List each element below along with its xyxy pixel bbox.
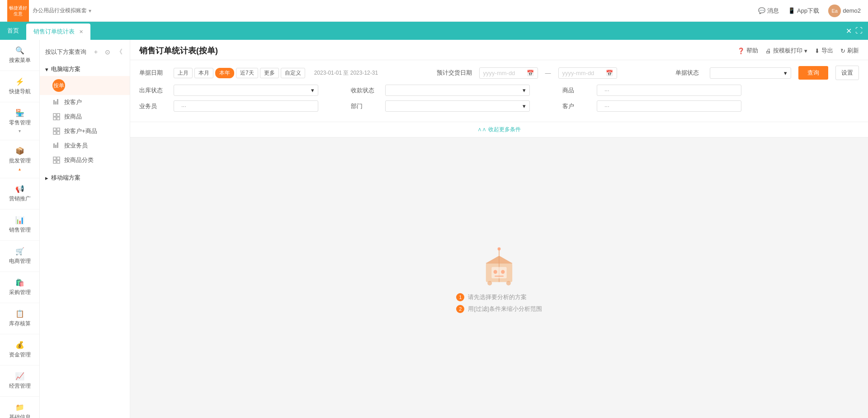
- status-select[interactable]: ▾: [710, 67, 791, 79]
- pc-solutions-arrow-icon: ▾: [45, 66, 48, 73]
- sidebar-item-retail-label: 零售管理: [9, 119, 31, 127]
- page-actions: ❓ 帮助 🖨 按模板打印 ▾ ⬇ 导出 ↻ 刷新: [737, 47, 859, 55]
- status-select-arrow-icon: ▾: [784, 70, 787, 76]
- sidebar-item-retail[interactable]: 🏪 零售管理 ▾: [0, 102, 39, 140]
- date-btn-this-year[interactable]: 本年: [215, 68, 234, 78]
- goods-input[interactable]: ···: [597, 85, 741, 96]
- app-download-btn[interactable]: 📱 App下载: [788, 7, 819, 15]
- date-btn-last-month[interactable]: 上月: [174, 68, 193, 78]
- message-btn[interactable]: 💬 消息: [758, 7, 779, 15]
- left-panel-title: 按以下方案查询: [45, 48, 88, 56]
- by-goods-icon: [52, 113, 61, 121]
- svg-rect-10: [57, 132, 60, 134]
- sidebar-item-basic-label: 基础信息: [9, 413, 31, 418]
- refresh-btn[interactable]: ↻ 刷新: [840, 47, 859, 55]
- right-panel: 销售订单统计表(按单) ❓ 帮助 🖨 按模板打印 ▾ ⬇ 导出: [130, 40, 868, 418]
- finance-icon: 💰: [15, 341, 24, 349]
- sidebar-item-wholesale[interactable]: 📦 批发管理 ▴: [0, 140, 39, 178]
- by-goods-label: 按商品: [64, 113, 82, 121]
- collapse-panel-btn[interactable]: 《: [114, 47, 124, 57]
- mobile-solutions-section: ▸ 移动端方案: [40, 169, 130, 186]
- collapse-bar[interactable]: ∧∧ 收起更多条件: [130, 122, 868, 138]
- department-arrow-icon: ▾: [523, 103, 526, 109]
- setting-btn[interactable]: 设置: [835, 66, 859, 80]
- salesman-input[interactable]: ···: [174, 100, 318, 112]
- customer-input[interactable]: ···: [597, 100, 741, 112]
- svg-rect-17: [57, 161, 60, 163]
- customer-dots-icon[interactable]: ···: [604, 103, 609, 109]
- solution-by-customer[interactable]: 按客户: [40, 95, 130, 109]
- user-menu[interactable]: Ea demo2: [828, 5, 861, 17]
- sidebar-item-purchase[interactable]: 🛍️ 采购管理: [0, 272, 39, 303]
- expected-date-start-input[interactable]: yyyy-mm-dd 📅: [479, 67, 538, 79]
- sidebar-item-quick-nav[interactable]: ⚡ 快捷导航: [0, 71, 39, 102]
- sidebar-item-finance[interactable]: 💰 资金管理: [0, 334, 39, 366]
- pc-solutions-title[interactable]: ▾ 电脑端方案: [40, 62, 130, 76]
- print-btn[interactable]: 🖨 按模板打印 ▾: [765, 47, 807, 55]
- payment-status-select[interactable]: ▾: [385, 85, 530, 96]
- date-btn-this-month[interactable]: 本月: [194, 68, 213, 78]
- tip-1-num: 1: [456, 293, 464, 301]
- sidebar-item-inventory[interactable]: 📋 库存核算: [0, 303, 39, 334]
- help-btn[interactable]: ❓ 帮助: [737, 47, 758, 55]
- help-icon: ❓: [737, 48, 745, 54]
- mobile-solutions-title[interactable]: ▸ 移动端方案: [40, 171, 130, 185]
- empty-tips: 1 请先选择要分析的方案 2 用[过滤]条件来缩小分析范围: [456, 293, 542, 313]
- expected-date-end-placeholder: yyyy-mm-dd: [562, 70, 594, 76]
- by-customer-goods-icon: [52, 127, 61, 135]
- solution-by-customer-goods[interactable]: 按客户+商品: [40, 124, 130, 138]
- settings-solution-btn[interactable]: ⊙: [103, 47, 113, 57]
- salesman-dots-icon[interactable]: ···: [181, 103, 186, 109]
- calendar-start-icon: 📅: [527, 70, 534, 76]
- filter-area: 单据日期 上月 本月 本年 近7天 更多 自定义 2023-01-01 至 20…: [130, 60, 868, 122]
- solution-by-order[interactable]: 按单: [40, 76, 130, 95]
- retail-arrow-icon: ▾: [19, 128, 21, 133]
- avatar: Ea: [828, 5, 841, 17]
- date-btn-more[interactable]: 更多: [260, 68, 279, 78]
- tab-close-window-btn[interactable]: ✕: [846, 27, 852, 35]
- department-label: 部门: [351, 102, 378, 110]
- app-title[interactable]: 办公用品行业模拟账套 ▾: [33, 7, 91, 14]
- page-header: 销售订单统计表(按单) ❓ 帮助 🖨 按模板打印 ▾ ⬇ 导出: [130, 40, 868, 60]
- add-solution-btn[interactable]: ＋: [91, 47, 101, 57]
- sidebar-item-marketing[interactable]: 📢 营销推广: [0, 178, 39, 209]
- tab-sales-order[interactable]: 销售订单统计表 ✕: [26, 24, 90, 40]
- sidebar: 🔍 搜索菜单 ⚡ 快捷导航 🏪 零售管理 ▾ 📦 批发管理 ▴ 📢 营销推广 📊…: [0, 40, 40, 418]
- solution-by-category[interactable]: 按商品分类: [40, 153, 130, 167]
- solution-by-salesman[interactable]: 按业务员: [40, 138, 130, 153]
- tab-home[interactable]: 首页: [0, 22, 26, 40]
- ship-status-select[interactable]: ▾: [174, 85, 318, 96]
- sidebar-item-search[interactable]: 🔍 搜索菜单: [0, 40, 39, 71]
- wholesale-icon: 📦: [15, 147, 24, 155]
- sidebar-item-ecommerce[interactable]: 🛒 电商管理: [0, 241, 39, 272]
- goods-dots-icon[interactable]: ···: [604, 87, 609, 94]
- date-btn-last-7days[interactable]: 近7天: [236, 68, 258, 78]
- calendar-end-icon: 📅: [606, 70, 613, 76]
- sidebar-item-marketing-label: 营销推广: [9, 195, 31, 203]
- department-select[interactable]: ▾: [385, 100, 530, 112]
- logo-text: 畅捷通好生意: [7, 5, 29, 17]
- tip-2-num: 2: [456, 305, 464, 313]
- tab-close-icon[interactable]: ✕: [79, 29, 83, 35]
- svg-point-29: [506, 281, 511, 285]
- sidebar-item-sales-mgmt[interactable]: 📊 销售管理: [0, 209, 39, 241]
- purchase-icon: 🛍️: [15, 278, 24, 287]
- by-category-icon: [52, 156, 61, 164]
- collapse-up-icon: ∧∧: [477, 126, 486, 133]
- query-btn[interactable]: 查询: [798, 66, 828, 80]
- expected-date-end-input[interactable]: yyyy-mm-dd 📅: [558, 67, 617, 79]
- solution-by-goods[interactable]: 按商品: [40, 109, 130, 124]
- topbar-left: 畅捷通好生意 办公用品行业模拟账套 ▾: [7, 0, 91, 22]
- svg-point-28: [487, 281, 492, 285]
- app-download-label: App下载: [797, 7, 819, 15]
- sidebar-item-basic[interactable]: 📁 基础信息: [0, 397, 39, 418]
- page-title: 销售订单统计表(按单): [139, 45, 218, 56]
- tab-maximize-btn[interactable]: ⛶: [855, 27, 863, 35]
- svg-rect-7: [53, 128, 56, 131]
- date-btn-custom[interactable]: 自定义: [281, 68, 305, 78]
- export-btn[interactable]: ⬇ 导出: [815, 47, 833, 55]
- svg-rect-6: [57, 117, 60, 120]
- sidebar-item-business[interactable]: 📈 经营管理: [0, 366, 39, 397]
- expected-date-start-placeholder: yyyy-mm-dd: [483, 70, 515, 76]
- svg-point-27: [498, 247, 501, 251]
